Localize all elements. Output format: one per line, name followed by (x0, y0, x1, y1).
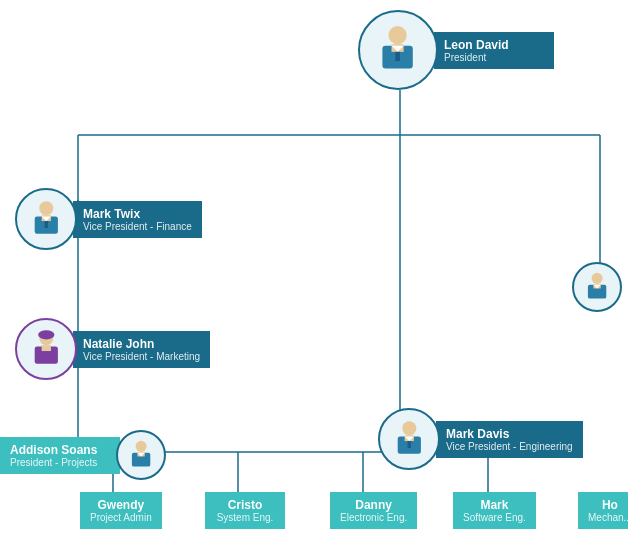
gwendy-name: Gwendy (90, 498, 152, 512)
cristo-name: Cristo (215, 498, 275, 512)
info-mark-twix: Mark Twix Vice President - Finance (73, 201, 202, 238)
info-mark-soft: Mark Software Eng. (453, 492, 536, 529)
svg-rect-26 (41, 345, 50, 351)
info-danny: Danny Electronic Eng. (330, 492, 417, 529)
mark-soft-name: Mark (463, 498, 526, 512)
addison-name: Addison Soans (10, 443, 110, 457)
mark-davis-name: Mark Davis (446, 427, 573, 441)
addison-title: President - Projects (10, 457, 110, 468)
avatar-addison (116, 430, 166, 480)
node-natalie: Natalie John Vice President - Marketing (15, 318, 210, 380)
svg-point-24 (38, 330, 54, 339)
node-mark-twix: Mark Twix Vice President - Finance (15, 188, 202, 250)
info-leon: Leon David President (434, 32, 554, 69)
mark-soft-title: Software Eng. (463, 512, 526, 523)
avatar-mystery (572, 262, 622, 312)
node-leon: Leon David President (358, 10, 554, 90)
avatar-leon (358, 10, 438, 90)
svg-point-31 (135, 441, 146, 452)
svg-rect-17 (396, 52, 401, 61)
mark-twix-title: Vice President - Finance (83, 221, 192, 232)
info-mark-davis: Mark Davis Vice President - Engineering (436, 421, 583, 458)
info-natalie: Natalie John Vice President - Marketing (73, 331, 210, 368)
svg-point-27 (591, 273, 602, 284)
node-addison: Addison Soans President - Projects (0, 430, 166, 480)
ho-name: Ho (588, 498, 628, 512)
mark-davis-title: Vice President - Engineering (446, 441, 573, 452)
cristo-title: System Eng. (215, 512, 275, 523)
avatar-mark-twix (15, 188, 77, 250)
mark-twix-name: Mark Twix (83, 207, 192, 221)
node-danny: Danny Electronic Eng. (330, 492, 417, 529)
svg-point-18 (39, 201, 53, 215)
natalie-title: Vice President - Marketing (83, 351, 200, 362)
svg-rect-22 (44, 221, 47, 228)
node-mystery (572, 262, 622, 312)
info-gwendy: Gwendy Project Admin (80, 492, 162, 529)
leon-name: Leon David (444, 38, 544, 52)
avatar-natalie (15, 318, 77, 380)
danny-name: Danny (340, 498, 407, 512)
avatar-mark-davis (378, 408, 440, 470)
svg-point-35 (402, 421, 416, 435)
ho-title: Mechan... (588, 512, 628, 523)
node-gwendy: Gwendy Project Admin (80, 492, 162, 529)
node-cristo: Cristo System Eng. (205, 492, 285, 529)
info-addison: Addison Soans President - Projects (0, 437, 120, 474)
node-mark-soft: Mark Software Eng. (453, 492, 536, 529)
natalie-name: Natalie John (83, 337, 200, 351)
danny-title: Electronic Eng. (340, 512, 407, 523)
svg-point-13 (389, 26, 407, 44)
node-ho: Ho Mechan... (578, 492, 628, 529)
info-ho: Ho Mechan... (578, 492, 628, 529)
node-mark-davis: Mark Davis Vice President - Engineering (378, 408, 583, 470)
svg-rect-39 (407, 441, 410, 448)
gwendy-title: Project Admin (90, 512, 152, 523)
info-cristo: Cristo System Eng. (205, 492, 285, 529)
org-chart: Leon David President Mark Twix Vice Pres… (0, 0, 628, 542)
leon-title: President (444, 52, 544, 63)
